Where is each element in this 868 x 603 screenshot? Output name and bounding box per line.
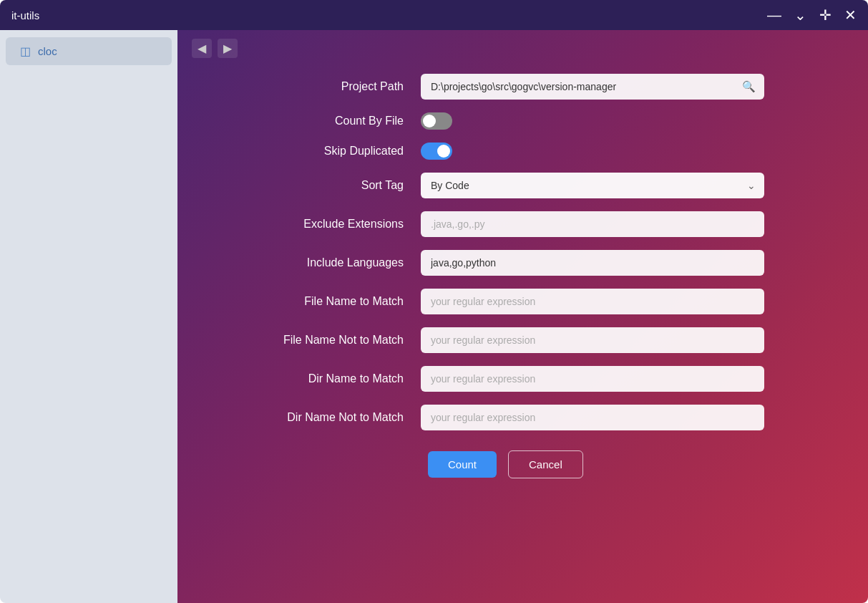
content-area: ◀ ▶ Project Path 🔍 Count bbox=[177, 30, 868, 603]
sort-tag-label: Sort Tag bbox=[220, 179, 421, 192]
main-area: ◫ cloc ◀ ▶ Project Path 🔍 bbox=[0, 30, 868, 603]
dir-name-not-to-match-control bbox=[421, 405, 764, 430]
sort-tag-control: By Code By Name By Files By Lines By Bla… bbox=[421, 173, 764, 198]
project-path-label: Project Path bbox=[220, 80, 421, 93]
window-menu-icon[interactable]: ⌄ bbox=[794, 6, 806, 24]
count-by-file-control bbox=[421, 112, 764, 130]
count-button[interactable]: Count bbox=[428, 451, 497, 478]
app-window: it-utils — ⌄ ✛ ✕ ◫ cloc ◀ ▶ bbox=[0, 0, 868, 603]
count-by-file-row: Count By File bbox=[220, 112, 825, 130]
file-name-not-to-match-input[interactable] bbox=[421, 327, 764, 353]
title-bar-controls: — ⌄ ✛ ✕ bbox=[767, 6, 857, 24]
path-input-wrapper: 🔍 bbox=[421, 74, 764, 100]
back-button[interactable]: ◀ bbox=[192, 39, 212, 58]
path-search-button[interactable]: 🔍 bbox=[733, 74, 764, 99]
form-container: Project Path 🔍 Count By File bbox=[177, 67, 868, 500]
minimize-icon[interactable]: — bbox=[767, 7, 781, 24]
skip-duplicated-toggle[interactable] bbox=[421, 143, 452, 160]
include-languages-control bbox=[421, 250, 764, 276]
sidebar-item-label-cloc: cloc bbox=[38, 45, 57, 57]
exclude-extensions-row: Exclude Extensions bbox=[220, 211, 825, 237]
sidebar: ◫ cloc bbox=[0, 30, 177, 603]
count-by-file-label: Count By File bbox=[220, 115, 421, 127]
cloc-icon: ◫ bbox=[20, 44, 31, 58]
file-name-to-match-row: File Name to Match bbox=[220, 289, 825, 314]
close-icon[interactable]: ✕ bbox=[844, 6, 857, 24]
count-by-file-slider bbox=[421, 112, 452, 130]
project-path-input[interactable] bbox=[421, 74, 733, 100]
count-by-file-toggle[interactable] bbox=[421, 112, 452, 130]
exclude-extensions-control bbox=[421, 211, 764, 237]
skip-duplicated-control bbox=[421, 143, 764, 160]
app-title: it-utils bbox=[11, 9, 767, 21]
title-bar: it-utils — ⌄ ✛ ✕ bbox=[0, 0, 868, 30]
exclude-extensions-input[interactable] bbox=[421, 211, 764, 237]
project-path-row: Project Path 🔍 bbox=[220, 74, 825, 100]
move-icon[interactable]: ✛ bbox=[819, 6, 832, 24]
project-path-control: 🔍 bbox=[421, 74, 764, 100]
dir-name-not-to-match-input[interactable] bbox=[421, 405, 764, 430]
file-name-not-to-match-control bbox=[421, 327, 764, 353]
dir-name-to-match-control bbox=[421, 366, 764, 392]
dir-name-to-match-row: Dir Name to Match bbox=[220, 366, 825, 392]
dir-name-not-to-match-label: Dir Name Not to Match bbox=[220, 411, 421, 424]
sidebar-item-cloc[interactable]: ◫ cloc bbox=[6, 37, 172, 65]
sort-tag-select-wrapper: By Code By Name By Files By Lines By Bla… bbox=[421, 173, 764, 198]
forward-button[interactable]: ▶ bbox=[218, 39, 238, 58]
file-name-to-match-label: File Name to Match bbox=[220, 295, 421, 308]
file-name-to-match-control bbox=[421, 289, 764, 314]
exclude-extensions-label: Exclude Extensions bbox=[220, 218, 421, 231]
dir-name-not-to-match-row: Dir Name Not to Match bbox=[220, 405, 825, 430]
include-languages-row: Include Languages bbox=[220, 250, 825, 276]
skip-duplicated-slider bbox=[421, 143, 452, 160]
file-name-to-match-input[interactable] bbox=[421, 289, 764, 314]
dir-name-to-match-input[interactable] bbox=[421, 366, 764, 392]
sort-tag-row: Sort Tag By Code By Name By Files By Lin… bbox=[220, 173, 825, 198]
sort-tag-select[interactable]: By Code By Name By Files By Lines By Bla… bbox=[421, 173, 764, 198]
button-row: Count Cancel bbox=[220, 450, 825, 478]
skip-duplicated-row: Skip Duplicated bbox=[220, 143, 825, 160]
file-name-not-to-match-row: File Name Not to Match bbox=[220, 327, 825, 353]
include-languages-input[interactable] bbox=[421, 250, 764, 276]
nav-row: ◀ ▶ bbox=[177, 30, 868, 67]
include-languages-label: Include Languages bbox=[220, 256, 421, 269]
file-name-not-to-match-label: File Name Not to Match bbox=[220, 334, 421, 347]
skip-duplicated-label: Skip Duplicated bbox=[220, 145, 421, 158]
cancel-button[interactable]: Cancel bbox=[508, 450, 583, 478]
dir-name-to-match-label: Dir Name to Match bbox=[220, 372, 421, 385]
